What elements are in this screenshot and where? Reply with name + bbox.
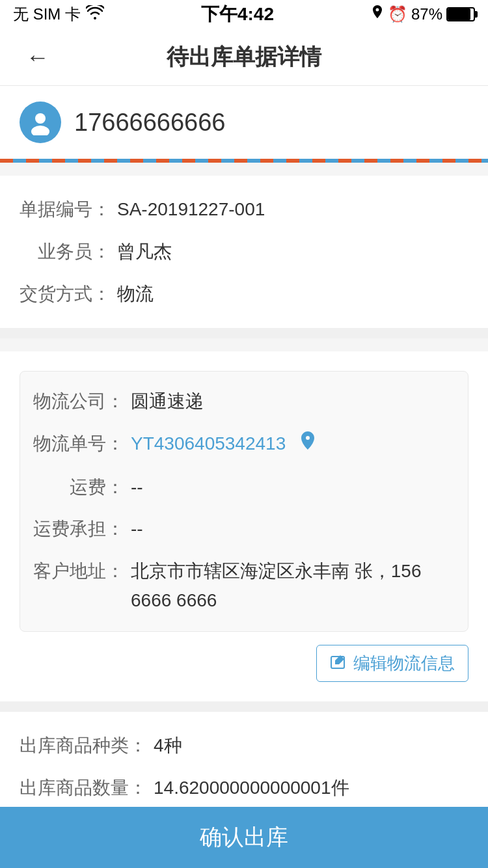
logistics-card: 物流公司： 圆通速递 物流单号： YT4306405342413 运费： -- … xyxy=(20,371,468,631)
back-button[interactable]: ← xyxy=(20,37,56,77)
svg-point-0 xyxy=(35,113,46,124)
status-right: ⏰ 87% xyxy=(371,5,475,23)
salesman-row: 业务员： 曾凡杰 xyxy=(20,237,468,267)
battery-percent: 87% xyxy=(411,5,442,23)
alarm-icon: ⏰ xyxy=(388,5,407,23)
goods-types-value: 4种 xyxy=(147,731,468,761)
user-header: 17666666666 xyxy=(0,86,488,159)
sim-status: 无 SIM 卡 xyxy=(13,4,81,25)
goods-quantity-label: 出库商品数量： xyxy=(20,774,147,803)
address-value: 北京市市辖区海淀区永丰南 张，156 6666 6666 xyxy=(124,557,455,616)
logistics-company-label: 物流公司： xyxy=(33,387,124,416)
salesman-value: 曾凡杰 xyxy=(111,237,468,267)
page-title: 待出库单据详情 xyxy=(56,42,432,72)
salesman-label: 业务员： xyxy=(20,237,111,267)
battery-icon xyxy=(446,7,475,21)
dashed-divider xyxy=(0,159,488,163)
freight-label: 运费： xyxy=(33,473,124,502)
wifi-icon xyxy=(86,5,104,23)
logistics-tracking-row: 物流单号： YT4306405342413 xyxy=(33,429,455,460)
delivery-value: 物流 xyxy=(111,280,468,309)
status-bar: 无 SIM 卡 下午4:42 ⏰ 87% xyxy=(0,0,488,29)
freight-row: 运费： -- xyxy=(33,473,455,502)
user-phone: 17666666666 xyxy=(74,109,225,137)
logistics-company-row: 物流公司： 圆通速递 xyxy=(33,387,455,416)
logistics-tracking-value: YT4306405342413 xyxy=(124,429,455,460)
section-divider-1 xyxy=(0,328,488,338)
location-pin-icon[interactable] xyxy=(297,430,318,460)
address-label: 客户地址： xyxy=(33,557,124,586)
edit-logistics-row: 编辑物流信息 xyxy=(20,632,468,682)
freight-bear-label: 运费承担： xyxy=(33,515,124,544)
edit-logistics-button[interactable]: 编辑物流信息 xyxy=(316,645,468,682)
order-no-row: 单据编号： SA-20191227-001 xyxy=(20,195,468,224)
delivery-label: 交货方式： xyxy=(20,280,111,309)
goods-types-label: 出库商品种类： xyxy=(20,731,147,761)
logistics-company-value: 圆通速递 xyxy=(124,387,455,416)
delivery-row: 交货方式： 物流 xyxy=(20,280,468,309)
freight-bear-value: -- xyxy=(124,515,455,544)
order-no-value: SA-20191227-001 xyxy=(111,195,468,224)
goods-quantity-value: 14.620000000000001件 xyxy=(147,774,468,803)
svg-point-1 xyxy=(31,126,49,135)
status-left: 无 SIM 卡 xyxy=(13,4,104,25)
section-divider-2 xyxy=(0,701,488,712)
location-icon xyxy=(371,5,384,23)
basic-info-section: 单据编号： SA-20191227-001 业务员： 曾凡杰 交货方式： 物流 xyxy=(0,176,488,328)
nav-bar: ← 待出库单据详情 xyxy=(0,29,488,86)
freight-value: -- xyxy=(124,473,455,502)
avatar xyxy=(20,102,61,143)
address-row: 客户地址： 北京市市辖区海淀区永丰南 张，156 6666 6666 xyxy=(33,557,455,616)
freight-bear-row: 运费承担： -- xyxy=(33,515,455,544)
order-no-label: 单据编号： xyxy=(20,195,111,224)
goods-types-row: 出库商品种类： 4种 xyxy=(20,731,468,761)
logistics-tracking-label: 物流单号： xyxy=(33,429,124,459)
status-time: 下午4:42 xyxy=(201,2,274,27)
logistics-section: 物流公司： 圆通速递 物流单号： YT4306405342413 运费： -- … xyxy=(0,351,488,701)
goods-quantity-row: 出库商品数量： 14.620000000000001件 xyxy=(20,774,468,803)
confirm-button[interactable]: 确认出库 xyxy=(0,807,488,868)
